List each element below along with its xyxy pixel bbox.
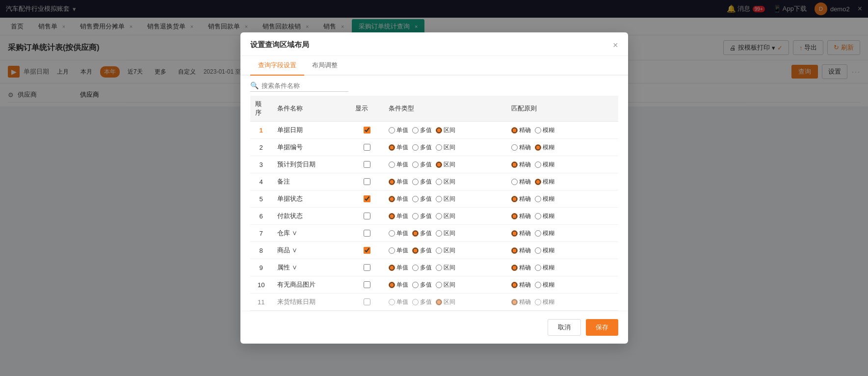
th-display: 显示 (350, 96, 384, 107)
dialog-close-btn[interactable]: × (613, 41, 618, 50)
search-input[interactable] (262, 82, 345, 89)
dialog-tabs: 查询字段设置 布局调整 (240, 56, 628, 76)
tab-query-fields-label: 查询字段设置 (258, 61, 296, 69)
tab-layout-adjust-label: 布局调整 (312, 61, 338, 69)
dialog-table: 顺序 条件名称 显示 条件类型 匹配原则 (250, 96, 618, 107)
tab-query-fields[interactable]: 查询字段设置 (250, 56, 304, 76)
search-icon: 🔍 (250, 81, 259, 89)
tab-layout-adjust[interactable]: 布局调整 (304, 56, 345, 76)
dialog-title: 设置查询区域布局 (250, 40, 309, 50)
table-header: 顺序 条件名称 显示 条件类型 匹配原则 (250, 96, 618, 107)
dialog-search-wrap: 🔍 (240, 76, 628, 96)
dialog-header: 设置查询区域布局 × (240, 32, 628, 56)
th-match: 匹配原则 (506, 96, 618, 107)
dialog-search: 🔍 (250, 81, 348, 92)
dialog-table-wrap: 顺序 条件名称 显示 条件类型 匹配原则 (240, 96, 628, 107)
th-order: 顺序 (250, 96, 272, 107)
th-type: 条件类型 (384, 96, 506, 107)
settings-dialog: 设置查询区域布局 × 查询字段设置 布局调整 🔍 (240, 32, 628, 107)
th-name: 条件名称 (272, 96, 350, 107)
dialog-overlay[interactable]: 设置查询区域布局 × 查询字段设置 布局调整 🔍 (0, 0, 868, 107)
